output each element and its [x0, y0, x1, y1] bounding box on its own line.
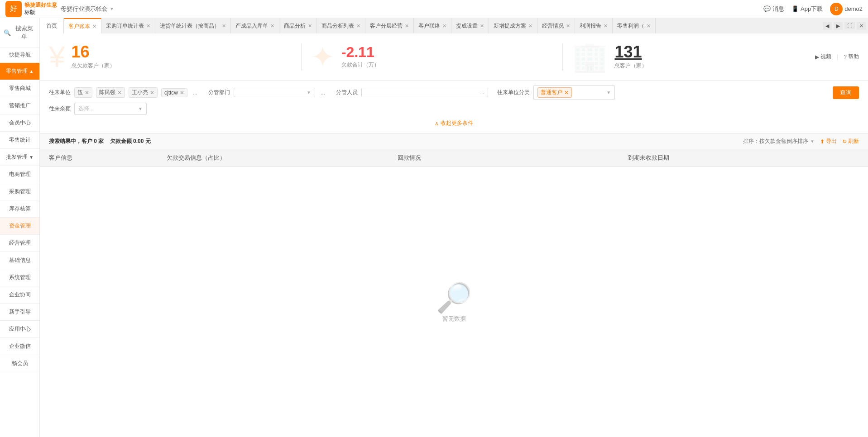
tab-close-icon[interactable]: ✕ [146, 23, 150, 29]
balance-dropdown[interactable]: 选择... ▼ [74, 103, 147, 115]
tab-close-icon[interactable]: ✕ [405, 23, 409, 29]
tab-bar: 首页 客户账本 ✕ 采购订单统计表 ✕ 进货单统计表（按商品） ✕ 产成品入库单… [40, 18, 868, 33]
dept-filter-label: 分管部门 [208, 89, 230, 96]
table-area: 客户信息 欠款交易信息（占比） 回款情况 到期未收款日期 🔎 暂无数据 [40, 149, 868, 437]
stat-info-3: 131 总客户（家） [614, 44, 647, 70]
filter-tag-chen: 陈民强 ✕ [96, 87, 125, 98]
dept-dropdown[interactable]: ▼ [234, 88, 315, 97]
sidebar-item-purchase[interactable]: 采购管理 [0, 183, 39, 200]
export-button[interactable]: ⬆ 导出 [820, 138, 837, 145]
tab-new-promo[interactable]: 新增提成方案 ✕ [489, 18, 537, 33]
search-icon: 🔍 [4, 29, 11, 36]
tab-customer-tier[interactable]: 客户分层经营 ✕ [365, 18, 414, 33]
chevron-down-icon: ▼ [138, 106, 143, 111]
help-icon: ? [844, 54, 847, 60]
remove-tag-chen[interactable]: ✕ [117, 90, 122, 96]
tab-profit-report[interactable]: 利润报告 ✕ [575, 18, 613, 33]
sidebar-item-member[interactable]: 会员中心 [0, 114, 39, 132]
sidebar-item-system[interactable]: 系统管理 [0, 269, 39, 286]
sidebar-item-enterprise-coop[interactable]: 企业协同 [0, 286, 39, 304]
sidebar-item-retail-stats[interactable]: 零售统计 [0, 132, 39, 149]
tab-close-icon[interactable]: ✕ [480, 23, 484, 29]
refresh-button[interactable]: ↻ 刷新 [842, 138, 859, 145]
stat-label-1: 总欠款客户（家） [72, 62, 115, 70]
tab-close-icon[interactable]: ✕ [604, 23, 608, 29]
tab-next-button[interactable]: ▶ [834, 22, 843, 30]
unit-class-label: 往来单位分类 [497, 89, 530, 96]
video-button[interactable]: ▶ 视频 [815, 53, 831, 61]
tab-goods-analysis[interactable]: 商品分析 ✕ [279, 18, 317, 33]
tab-retail-profit[interactable]: 零售利润（ ✕ [613, 18, 656, 33]
person-dropdown[interactable]: ... [361, 88, 488, 97]
stat-num-2: -2.11 [341, 45, 379, 59]
sidebar-item-inventory[interactable]: 库存核算 [0, 200, 39, 218]
sidebar-item-basic-info[interactable]: 基础信息 [0, 252, 39, 269]
message-button[interactable]: 💬 消息 [763, 5, 784, 13]
dept-more-btn[interactable]: ... [319, 89, 327, 97]
tab-business-status[interactable]: 经营情况 ✕ [537, 18, 575, 33]
tab-customer-contact[interactable]: 客户联络 ✕ [414, 18, 451, 33]
chevron-icon: ▲ [29, 69, 34, 74]
filter-more-button[interactable]: ... [191, 89, 199, 97]
tab-close-icon[interactable]: ✕ [222, 23, 226, 29]
quick-nav-button[interactable]: 快捷导航 [0, 48, 39, 63]
remove-unit-class[interactable]: ✕ [564, 90, 569, 96]
tab-promo-settings[interactable]: 提成设置 ✕ [451, 18, 489, 33]
tab-cost-inbound[interactable]: 产成品入库单 ✕ [231, 18, 279, 33]
stat-bg-icon-2: ✦ [311, 40, 335, 74]
sidebar-item-app-center[interactable]: 应用中心 [0, 321, 39, 338]
app-download-button[interactable]: 📱 App下载 [791, 5, 823, 13]
filter-tag-cjttcw: cjttcw ✕ [161, 88, 187, 97]
sidebar-item-operations[interactable]: 经营管理 [0, 235, 39, 252]
col-overdue-date: 到期未收款日期 [628, 154, 859, 162]
empty-state: 🔎 暂无数据 [40, 167, 868, 437]
stat-block-2: ✦ -2.11 欠款合计（万） [311, 40, 554, 74]
tab-close-icon[interactable]: ✕ [566, 23, 570, 29]
help-button[interactable]: ? 帮助 [844, 53, 859, 61]
filter-tag-unit-all: 伍 ✕ [74, 87, 92, 98]
tab-close-icon[interactable]: ✕ [270, 23, 274, 29]
sidebar-item-retail[interactable]: 零售管理 ▲ [0, 63, 39, 80]
remove-tag-wu[interactable]: ✕ [85, 90, 89, 96]
remove-tag-wang[interactable]: ✕ [150, 90, 154, 96]
sidebar-item-enterprise-wechat[interactable]: 企业微信 [0, 338, 39, 355]
account-selector[interactable]: 母婴行业演示帐套 ▼ [61, 5, 114, 13]
tab-close-icon[interactable]: ✕ [528, 23, 532, 29]
tab-close-all-button[interactable]: ✕ [857, 22, 866, 30]
sidebar-item-new-guide[interactable]: 新手引导 [0, 304, 39, 321]
tab-close-icon[interactable]: ✕ [356, 23, 360, 29]
sidebar-item-finance[interactable]: 资金管理 [0, 218, 39, 235]
tab-goods-analysis-list[interactable]: 商品分析列表 ✕ [317, 18, 365, 33]
collapse-filter-button[interactable]: ∧ 收起更多条件 [49, 118, 859, 129]
sidebar-item-vip-member[interactable]: 畅会员 [0, 355, 39, 372]
stat-num-3: 131 [614, 44, 647, 60]
search-menu-button[interactable]: 🔍 搜索菜单 [4, 23, 36, 43]
unit-filter-label: 往来单位 [49, 89, 71, 96]
chevron-down-icon: ... [480, 90, 484, 95]
user-avatar[interactable]: D demo2 [830, 3, 863, 15]
tab-prev-button[interactable]: ◀ [823, 22, 832, 30]
tab-accounts[interactable]: 客户账本 ✕ [64, 18, 101, 33]
tab-close-icon[interactable]: ✕ [442, 23, 446, 29]
filter-row-1: 往来单位 伍 ✕ 陈民强 ✕ 王小亮 ✕ cjttcw ✕ ... [49, 85, 859, 100]
tab-purchase-order[interactable]: 采购订单统计表 ✕ [101, 18, 155, 33]
sidebar-item-retail-mall[interactable]: 零售商城 [0, 80, 39, 97]
results-actions: 排序：按欠款金额倒序排序 ▼ ⬆ 导出 ↻ 刷新 [743, 138, 859, 145]
tab-close-icon[interactable]: ✕ [308, 23, 312, 29]
unit-class-dropdown[interactable]: 普通客户 ✕ ▼ [533, 85, 615, 100]
sort-select[interactable]: 排序：按欠款金额倒序排序 ▼ [743, 138, 815, 145]
tab-fullscreen-button[interactable]: ⛶ [844, 22, 855, 29]
sidebar-item-ecommerce[interactable]: 电商管理 [0, 166, 39, 183]
tab-close-icon[interactable]: ✕ [647, 23, 651, 29]
stat-bg-icon-1: ¥ [49, 40, 65, 74]
empty-icon: 🔎 [436, 281, 472, 315]
tab-close-icon[interactable]: ✕ [92, 24, 96, 29]
remove-tag-cjttcw[interactable]: ✕ [180, 90, 184, 96]
sidebar-item-wholesale[interactable]: 批发管理 ▼ [0, 149, 39, 166]
tab-inbound-stats[interactable]: 进货单统计表（按商品） ✕ [155, 18, 231, 33]
table-header: 客户信息 欠款交易信息（占比） 回款情况 到期未收款日期 [40, 149, 868, 167]
sidebar-item-marketing[interactable]: 营销推广 [0, 97, 39, 114]
query-button[interactable]: 查询 [833, 86, 859, 99]
chevron-icon: ▼ [29, 155, 34, 160]
tab-home[interactable]: 首页 [40, 18, 64, 33]
